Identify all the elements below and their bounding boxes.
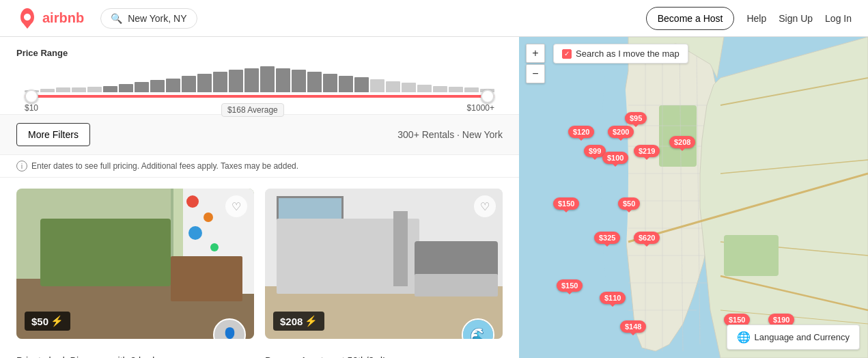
language-currency-button[interactable]: 🌐 Language and Currency [727, 325, 860, 350]
listing-title-1: Private bed, Big room with 3 bed... [16, 355, 254, 358]
header-nav: Become a Host Help Sign Up Log In [646, 7, 852, 30]
histogram-bar [56, 87, 70, 92]
histogram-bar [244, 68, 259, 92]
price-pin[interactable]: $208 [669, 136, 695, 148]
polka-dot [186, 195, 199, 208]
histogram-bar [135, 82, 149, 92]
price-pin[interactable]: $95 [625, 112, 647, 124]
search-as-move-checkbox[interactable]: ✓ Search as I move the map [553, 44, 688, 64]
listings-grid: ♡ $50 ⚡ 👤 Private bed, Big room with 3 b… [0, 178, 519, 358]
price-pin[interactable]: $620 [634, 232, 660, 244]
slider-thumb-min[interactable] [25, 90, 38, 103]
listing-card[interactable]: ♡ $50 ⚡ 👤 Private bed, Big room with 3 b… [16, 189, 254, 358]
checkmark-icon: ✓ [564, 50, 570, 57]
lightning-icon-1: ⚡ [51, 315, 64, 327]
histogram-bar [323, 74, 337, 92]
lightning-icon-2: ⚡ [305, 315, 318, 327]
slider-fill [25, 95, 494, 98]
price-pin[interactable]: $150 [557, 279, 583, 292]
histogram-bar [166, 79, 180, 92]
histogram-bar [417, 85, 432, 92]
search-bar[interactable]: 🔍 New York, NY [100, 8, 197, 29]
histogram-bar [229, 70, 243, 92]
info-icon: i [16, 161, 27, 171]
logo-text: airbnb [42, 10, 84, 26]
left-panel: Price Range $10 $168 Average $1000+ [0, 37, 519, 358]
histogram-bar [197, 74, 212, 92]
become-host-button[interactable]: Become a Host [646, 7, 735, 30]
zoom-in-button[interactable]: + [526, 44, 545, 63]
airbnb-logo-icon [16, 8, 38, 29]
price-pin[interactable]: $100 [602, 152, 628, 164]
map-container[interactable]: + − ✓ Search as I move the map $95$120$2… [519, 37, 868, 358]
price-pin[interactable]: $150 [553, 197, 579, 210]
price-pin[interactable]: $219 [634, 145, 660, 157]
disclaimer: i Enter dates to see full pricing. Addit… [0, 155, 519, 178]
results-count: 300+ Rentals · New York [397, 129, 503, 140]
price-labels: $10 $168 Average $1000+ [25, 103, 494, 117]
histogram-bar [433, 86, 447, 93]
header: airbnb 🔍 New York, NY Become a Host Help… [0, 0, 868, 37]
price-badge-1: $50 ⚡ [25, 312, 70, 331]
slider-track[interactable] [25, 95, 494, 98]
histogram-bar [449, 87, 463, 92]
price-pin[interactable]: $50 [618, 197, 640, 210]
histogram-bar [150, 80, 165, 92]
histogram-bar [354, 77, 369, 92]
logo[interactable]: airbnb [16, 8, 84, 29]
price-value-2: $208 [280, 316, 303, 327]
wishlist-button-1[interactable]: ♡ [225, 195, 247, 217]
search-icon: 🔍 [111, 13, 122, 24]
price-max-label: $1000+ [467, 103, 494, 117]
slider-thumb-max[interactable] [481, 90, 494, 103]
more-filters-button[interactable]: More Filters [16, 123, 90, 146]
room-bed [40, 219, 171, 286]
price-pin[interactable]: $325 [594, 232, 620, 244]
help-link[interactable]: Help [746, 13, 766, 24]
listing-image-1: ♡ $50 ⚡ 👤 [16, 189, 254, 339]
histogram-bar [213, 72, 227, 92]
checkbox-checked: ✓ [562, 49, 572, 59]
price-pin[interactable]: $200 [608, 126, 634, 138]
svg-point-24 [601, 37, 628, 310]
polka-dot [204, 212, 213, 222]
histogram-bar [339, 76, 353, 92]
histogram-bar [370, 79, 384, 92]
language-currency-label: Language and Currency [755, 332, 850, 342]
histogram-bar [260, 66, 275, 92]
price-pin[interactable]: $120 [568, 126, 594, 138]
search-location: New York, NY [128, 13, 186, 24]
listing-card-2[interactable]: ♡ $208 ⚡ 🌊 Dreamy Apartment 59th/3rd! [265, 189, 503, 358]
price-min-label: $10 [25, 103, 38, 117]
wishlist-button-2[interactable]: ♡ [474, 195, 496, 217]
listing-title-2: Dreamy Apartment 59th/3rd! [265, 355, 503, 358]
histogram-bar [87, 87, 102, 92]
price-value-1: $50 [31, 316, 48, 327]
globe-icon: 🌐 [737, 331, 751, 344]
zoom-out-button[interactable]: − [526, 64, 545, 83]
price-badge-2: $208 ⚡ [273, 312, 324, 331]
sign-up-link[interactable]: Sign Up [779, 13, 813, 24]
search-as-move-label: Search as I move the map [576, 49, 680, 59]
avatar-placeholder-1: 👤 [214, 320, 244, 339]
price-range-label: Price Range [16, 48, 503, 58]
histogram-bar [402, 83, 416, 92]
histogram-bar [276, 68, 290, 92]
histogram-bar [182, 76, 196, 92]
histogram-bar [40, 89, 55, 92]
slider-container[interactable]: $10 $168 Average $1000+ [16, 65, 503, 106]
price-range-section: Price Range $10 $168 Average $1000+ [0, 37, 519, 115]
map-controls: + − [526, 44, 545, 83]
price-average-label: $168 Average [221, 103, 284, 117]
avatar-placeholder-2: 🌊 [463, 320, 493, 339]
histogram-bar [464, 87, 479, 92]
log-in-link[interactable]: Log In [825, 13, 852, 24]
price-pin[interactable]: $110 [600, 292, 626, 304]
histogram-bar [292, 70, 306, 92]
price-pin[interactable]: $148 [620, 320, 646, 333]
histogram-bar [119, 84, 133, 92]
histogram [25, 65, 494, 92]
histogram-bar [307, 72, 322, 92]
histogram-bar [72, 87, 86, 92]
room2-lamp [393, 211, 408, 286]
